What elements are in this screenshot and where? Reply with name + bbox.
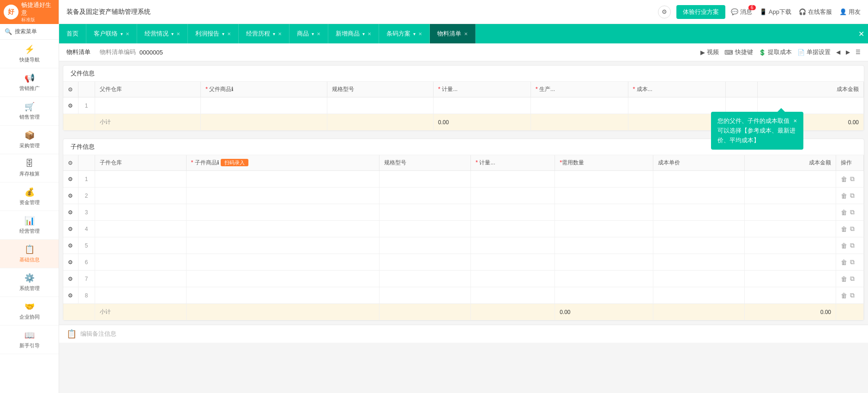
child-row-settings-2[interactable]: ⚙ (63, 204, 78, 221)
sidebar-item-basic-info[interactable]: 📋 基础信息 (0, 240, 59, 268)
sidebar-item-sales[interactable]: 🛒 销售管理 (0, 97, 59, 126)
parent-row-spec[interactable] (327, 97, 434, 114)
tab-arrow-3[interactable]: ▾ (222, 31, 224, 36)
nav-tab-4[interactable]: 经营历程▾✕ (239, 24, 289, 43)
nav-tab-5[interactable]: 商品▾✕ (289, 24, 328, 43)
child-row-settings-0[interactable]: ⚙ (63, 171, 78, 187)
delete-icon-3[interactable]: 🗑 (841, 225, 847, 233)
child-row-settings-1[interactable]: ⚙ (63, 187, 78, 204)
delete-icon-6[interactable]: 🗑 (841, 275, 847, 283)
delete-icon-7[interactable]: 🗑 (841, 292, 847, 299)
child-row-cost-unit-6[interactable] (653, 271, 744, 287)
child-row-settings-5[interactable]: ⚙ (63, 254, 78, 271)
child-row-qty-unit-2[interactable] (471, 204, 555, 221)
settings-button[interactable]: ⚙ (658, 6, 671, 18)
nav-prev-button[interactable]: ◀ (836, 49, 840, 55)
child-row-warehouse-1[interactable] (95, 187, 186, 204)
tab-arrow-2[interactable]: ▾ (171, 31, 174, 36)
online-service-button[interactable]: 🎧 在线客服 (799, 8, 832, 16)
copy-icon-4[interactable]: ⧉ (850, 242, 855, 249)
child-row-needed-qty-6[interactable] (555, 271, 653, 287)
parent-row-cost[interactable] (628, 97, 725, 114)
child-row-product-1[interactable] (186, 187, 379, 204)
sidebar-item-system[interactable]: ⚙️ 系统管理 (0, 268, 59, 297)
child-row-cost-unit-7[interactable] (653, 287, 744, 304)
tab-arrow-5[interactable]: ▾ (312, 31, 314, 36)
child-row-spec-3[interactable] (380, 221, 471, 237)
nav-tab-7[interactable]: 条码方案▾✕ (379, 24, 430, 43)
nav-tab-2[interactable]: 经营情况▾✕ (137, 24, 188, 43)
child-row-warehouse-6[interactable] (95, 271, 186, 287)
sidebar-item-purchase[interactable]: 📦 采购管理 (0, 126, 59, 154)
child-row-qty-unit-4[interactable] (471, 237, 555, 254)
parent-row-warehouse[interactable] (95, 97, 201, 114)
sidebar-item-operations[interactable]: 📊 经营管理 (0, 211, 59, 240)
sidebar-item-search[interactable]: 🔍 搜索菜单 (0, 24, 59, 40)
child-row-qty-unit-7[interactable] (471, 287, 555, 304)
sidebar-item-cooperation[interactable]: 🤝 企业协同 (0, 297, 59, 326)
child-row-spec-2[interactable] (380, 204, 471, 221)
delete-icon-0[interactable]: 🗑 (841, 175, 847, 183)
child-row-qty-unit-3[interactable] (471, 221, 555, 237)
child-row-warehouse-5[interactable] (95, 254, 186, 271)
delete-icon-4[interactable]: 🗑 (841, 242, 847, 249)
child-row-warehouse-4[interactable] (95, 237, 186, 254)
child-row-cost-unit-5[interactable] (653, 254, 744, 271)
copy-icon-1[interactable]: ⧉ (850, 192, 855, 200)
child-row-product-0[interactable] (186, 171, 379, 187)
nav-tab-8[interactable]: 物料清单✕ (430, 24, 476, 43)
child-row-needed-qty-4[interactable] (555, 237, 653, 254)
user-menu[interactable]: 👤 用友 (839, 8, 861, 16)
copy-icon-0[interactable]: ⧉ (850, 175, 855, 183)
parent-row-product[interactable] (201, 97, 327, 114)
child-row-qty-unit-1[interactable] (471, 187, 555, 204)
child-row-settings-7[interactable]: ⚙ (63, 287, 78, 304)
cost-button[interactable]: 💲 提取成本 (759, 48, 792, 56)
sidebar-item-marketing[interactable]: 📢 营销推广 (0, 68, 59, 97)
child-row-cost-unit-2[interactable] (653, 204, 744, 221)
notes-placeholder[interactable]: 编辑备注信息 (80, 330, 116, 338)
child-row-needed-qty-1[interactable] (555, 187, 653, 204)
child-row-product-6[interactable] (186, 271, 379, 287)
parent-row-production[interactable] (530, 97, 628, 114)
sidebar-item-quick-nav[interactable]: ⚡ 快捷导航 (0, 40, 59, 68)
child-row-spec-0[interactable] (380, 171, 471, 187)
tab-close-8[interactable]: ✕ (464, 31, 468, 36)
app-download-button[interactable]: 📱 App下载 (760, 8, 791, 16)
child-row-cost-unit-4[interactable] (653, 237, 744, 254)
nav-tab-0[interactable]: 首页 (59, 24, 86, 43)
delete-icon-2[interactable]: 🗑 (841, 209, 847, 216)
parent-row-settings[interactable]: ⚙ (63, 97, 78, 114)
grid-view-button[interactable]: ☰ (856, 49, 861, 55)
child-row-warehouse-7[interactable] (95, 287, 186, 304)
child-col-settings[interactable]: ⚙ (63, 155, 78, 171)
nav-tab-1[interactable]: 客户联络▾✕ (86, 24, 137, 43)
tooltip-close-button[interactable]: × (793, 116, 797, 126)
tab-close-1[interactable]: ✕ (126, 31, 129, 36)
breadcrumb-item-1[interactable]: 物料清单 (66, 48, 90, 56)
tab-arrow-6[interactable]: ▾ (362, 31, 365, 36)
close-all-tabs-button[interactable]: ✕ (858, 30, 868, 38)
child-row-needed-qty-0[interactable] (555, 171, 653, 187)
copy-icon-5[interactable]: ⧉ (850, 258, 855, 266)
child-row-product-4[interactable] (186, 237, 379, 254)
bill-setting-button[interactable]: 📄 单据设置 (797, 48, 831, 56)
nav-next-button[interactable]: ▶ (846, 49, 850, 55)
child-row-cost-unit-0[interactable] (653, 171, 744, 187)
child-row-product-5[interactable] (186, 254, 379, 271)
child-row-spec-5[interactable] (380, 254, 471, 271)
view-button[interactable]: ▶ 视频 (700, 48, 719, 56)
nav-tab-6[interactable]: 新增商品▾✕ (328, 24, 379, 43)
copy-icon-6[interactable]: ⧉ (850, 275, 855, 283)
child-row-product-3[interactable] (186, 221, 379, 237)
sidebar-item-finance[interactable]: 💰 资金管理 (0, 182, 59, 211)
child-row-qty-unit-6[interactable] (471, 271, 555, 287)
scan-input-button[interactable]: 扫码录入 (221, 159, 248, 166)
child-row-spec-7[interactable] (380, 287, 471, 304)
tab-close-4[interactable]: ✕ (278, 31, 282, 36)
shortcut-button[interactable]: ⌨ 快捷键 (724, 48, 753, 56)
child-row-needed-qty-5[interactable] (555, 254, 653, 271)
child-row-qty-unit-5[interactable] (471, 254, 555, 271)
sidebar-item-guide[interactable]: 📖 新手引导 (0, 326, 59, 354)
child-row-needed-qty-7[interactable] (555, 287, 653, 304)
